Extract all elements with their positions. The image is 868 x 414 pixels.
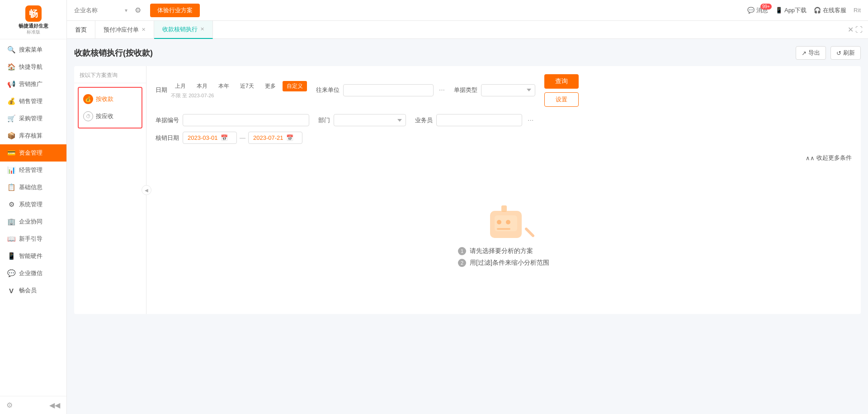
verify-date-label: 核销日期 (156, 134, 179, 142)
sidebar-item-shortcuts[interactable]: 🏠 快捷导航 (0, 58, 66, 76)
tab-home[interactable]: 首页 (67, 21, 95, 39)
operations-icon: 📊 (7, 166, 15, 174)
date-btn-last-month[interactable]: 上月 (171, 81, 190, 91)
date-btn-custom[interactable]: 自定义 (283, 81, 307, 91)
main-area: ▾ ⚙ 体验行业方案 💬 消息 99+ 📱 App下载 🎧 在线客服 Rit 首… (67, 0, 868, 414)
sidebar-item-member[interactable]: V 畅会员 (0, 282, 66, 299)
close-tab-icon[interactable]: ✕ (848, 25, 854, 34)
sidebar-item-label: 销售管理 (19, 97, 42, 105)
sidebar-item-newbie[interactable]: 📖 新手引导 (0, 230, 66, 247)
by-receipt-label: 按收款 (96, 95, 113, 103)
settings-button[interactable]: 设置 (544, 92, 579, 107)
sidebar-item-label: 采购管理 (19, 114, 42, 123)
sidebar-item-system[interactable]: ⚙ 系统管理 (0, 196, 66, 213)
date-btn-7days[interactable]: 近7天 (236, 81, 258, 91)
sidebar-item-purchase[interactable]: 🛒 采购管理 (0, 110, 66, 127)
chevron-up-icon: ∧∧ (806, 155, 815, 162)
page-header: 收款核销执行(按收款) ↗ 导出 ↺ 刷新 (74, 46, 861, 60)
staff-label: 业务员 (415, 116, 433, 124)
sidebar-item-inventory[interactable]: 📦 库存核算 (0, 127, 66, 144)
refresh-button[interactable]: ↺ 刷新 (830, 46, 861, 60)
sidebar-item-hardware[interactable]: 📱 智能硬件 (0, 247, 66, 265)
empty-hints: 1 请先选择要分析的方案 2 用[过滤]条件来缩小分析范围 (458, 247, 549, 271)
expand-tab-icon[interactable]: ⛶ (855, 26, 863, 34)
bill-no-input[interactable] (183, 114, 309, 126)
sidebar-item-label: 系统管理 (19, 200, 42, 209)
verify-date-to-input[interactable]: 2023-07-21 📅 (248, 132, 302, 144)
counterparty-input[interactable] (343, 84, 434, 96)
staff-input[interactable] (436, 114, 522, 126)
message-button[interactable]: 💬 消息 99+ (747, 6, 768, 14)
filter-row-1: 日期 上月 本月 本年 近7天 更多 自定义 (156, 73, 852, 107)
filter-group-dept: 部门 (318, 114, 406, 126)
online-service-label: 在线客服 (823, 6, 846, 14)
topbar-right: 💬 消息 99+ 📱 App下载 🎧 在线客服 Rit (747, 6, 861, 14)
sidebar-item-search[interactable]: 🔍 搜索菜单 (0, 41, 66, 58)
svg-point-2 (497, 220, 501, 224)
empty-state-icon (481, 202, 526, 238)
sidebar-item-label: 畅会员 (19, 286, 37, 295)
date-buttons: 上月 本月 本年 近7天 更多 自定义 (171, 81, 307, 91)
solution-button[interactable]: 体验行业方案 (150, 4, 200, 17)
date-no-limit-text: 不限 至 2023-07-26 (171, 92, 307, 99)
tab-receipts[interactable]: 收款核销执行 ✕ (154, 21, 213, 39)
system-icon: ⚙ (7, 200, 15, 209)
tab-prepay-close[interactable]: ✕ (142, 27, 146, 33)
collapse-conditions-button[interactable]: ∧∧ 收起更多条件 (156, 151, 852, 166)
chevron-down-icon[interactable]: ▾ (125, 7, 127, 14)
settings-bottom-icon[interactable]: ⚙ (6, 401, 13, 409)
app-download-link[interactable]: 📱 App下载 (775, 6, 807, 14)
svg-rect-4 (497, 228, 510, 230)
dept-select[interactable] (334, 114, 406, 126)
sidebar-item-finance[interactable]: 💳 资金管理 (0, 144, 66, 162)
sidebar-logo: 畅 畅捷通好生意 标准版 (0, 0, 66, 39)
counterparty-dots[interactable]: ··· (439, 86, 445, 94)
search-icon: 🔍 (7, 46, 15, 54)
date-separator: — (240, 134, 245, 141)
sidebar-item-marketing[interactable]: 📢 营销推广 (0, 76, 66, 93)
tab-prepay[interactable]: 预付冲应付单 ✕ (95, 21, 154, 39)
filter-group-verify-date: 核销日期 2023-03-01 📅 — 2023-07-21 (156, 132, 302, 144)
collapse-panel-button[interactable]: ◀ (142, 185, 151, 195)
query-button[interactable]: 查询 (544, 74, 579, 89)
user-profile[interactable]: Rit (854, 7, 861, 14)
sidebar: 畅 畅捷通好生意 标准版 🔍 搜索菜单 🏠 快捷导航 📢 营销推广 💰 销售管理… (0, 0, 67, 414)
query-item-by-receivable[interactable]: ⏱ 按应收 (79, 108, 142, 125)
empty-hint-2: 2 用[过滤]条件来缩小分析范围 (458, 259, 549, 267)
tab-receipts-close[interactable]: ✕ (200, 26, 204, 32)
marketing-icon: 📢 (7, 80, 15, 88)
export-button[interactable]: ↗ 导出 (796, 46, 826, 60)
empty-state: 1 请先选择要分析的方案 2 用[过滤]条件来缩小分析范围 (156, 166, 852, 307)
sidebar-item-operations[interactable]: 📊 经营管理 (0, 162, 66, 179)
sidebar-item-label: 新手引导 (19, 235, 42, 243)
gear-icon[interactable]: ⚙ (135, 6, 141, 14)
phone-icon: 📱 (775, 7, 783, 14)
tabbar: 首页 预付冲应付单 ✕ 收款核销执行 ✕ ✕ ⛶ (67, 21, 868, 39)
staff-dots[interactable]: ··· (528, 116, 533, 124)
sidebar-item-enterprise[interactable]: 🏢 企业协同 (0, 213, 66, 230)
receivable-icon-circle: ⏱ (83, 111, 93, 121)
filter-group-staff: 业务员 ··· (415, 114, 533, 126)
left-panel-title: 按以下方案查询 (74, 71, 146, 83)
sidebar-item-wechat[interactable]: 💬 企业微信 (0, 265, 66, 282)
sidebar-item-sales[interactable]: 💰 销售管理 (0, 93, 66, 110)
receipt-icon-circle: 💰 (83, 94, 93, 104)
date-btn-more[interactable]: 更多 (261, 81, 280, 91)
brand-input[interactable] (74, 7, 119, 14)
collapse-sidebar-icon[interactable]: ◀◀ (49, 401, 60, 409)
date-btn-this-month[interactable]: 本月 (193, 81, 212, 91)
bill-type-select[interactable] (481, 84, 535, 96)
sidebar-item-basic[interactable]: 📋 基础信息 (0, 179, 66, 196)
export-icon: ↗ (802, 50, 807, 57)
hint-num-1: 1 (458, 247, 466, 255)
online-service-link[interactable]: 🎧 在线客服 (814, 6, 846, 14)
sidebar-item-label: 企业协同 (19, 218, 42, 226)
filter-group-counterparty: 往来单位 ··· (316, 84, 445, 96)
tab-prepay-label: 预付冲应付单 (104, 26, 139, 34)
finance-icon: 💳 (7, 149, 15, 157)
verify-date-from-input[interactable]: 2023-03-01 📅 (183, 132, 237, 144)
sidebar-nav: 🔍 搜索菜单 🏠 快捷导航 📢 营销推广 💰 销售管理 🛒 采购管理 📦 库存核… (0, 39, 66, 396)
newbie-icon: 📖 (7, 235, 15, 243)
query-item-by-receipt[interactable]: 💰 按收款 (79, 90, 142, 108)
date-btn-this-year[interactable]: 本年 (214, 81, 233, 91)
